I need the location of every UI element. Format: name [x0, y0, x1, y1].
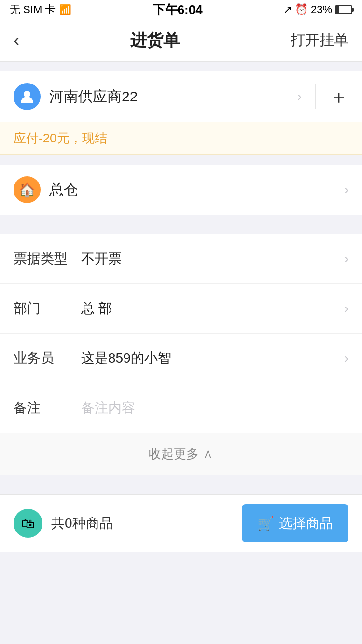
supplier-avatar — [14, 83, 41, 110]
status-bar: 无 SIM 卡 📶 下午6:04 ↗ ⏰ 23% — [0, 0, 362, 19]
page-title: 进货单 — [130, 29, 180, 52]
page-rest — [0, 552, 362, 644]
department-chevron-icon: › — [344, 301, 348, 316]
form-row-invoice[interactable]: 票据类型 不开票 › — [0, 234, 362, 284]
supplier-row[interactable]: 河南供应商22 › ＋ — [0, 71, 362, 122]
supplier-chevron-icon: › — [297, 89, 302, 104]
status-time: 下午6:04 — [153, 1, 203, 18]
select-product-label: 选择商品 — [279, 514, 333, 532]
battery-icon — [335, 5, 352, 14]
status-left: 无 SIM 卡 📶 — [10, 2, 71, 17]
vertical-divider — [315, 84, 316, 109]
form-row-remark[interactable]: 备注 备注内容 — [0, 383, 362, 433]
salesperson-value: 这是859的小智 — [71, 349, 344, 367]
battery-percent: 23% — [311, 3, 332, 16]
supplier-actions: › ＋ — [297, 84, 348, 110]
wifi-icon: 📶 — [59, 4, 71, 15]
location-icon: ↗ — [283, 3, 292, 16]
sim-label: 无 SIM 卡 — [10, 2, 56, 17]
collapse-label: 收起更多 ∧ — [149, 446, 213, 462]
status-right: ↗ ⏰ 23% — [283, 3, 352, 16]
form-section: 票据类型 不开票 › 部门 总 部 › 业务员 这是859的小智 › 备注 备注… — [0, 234, 362, 433]
bottom-bar: 🛍 共0种商品 🛒 选择商品 — [0, 494, 362, 552]
svg-point-0 — [24, 91, 30, 98]
add-supplier-button[interactable]: ＋ — [329, 84, 348, 110]
form-row-salesperson[interactable]: 业务员 这是859的小智 › — [0, 334, 362, 383]
select-product-icon: 🛒 — [257, 516, 274, 532]
product-count: 共0种商品 — [51, 514, 242, 532]
salesperson-chevron-icon: › — [344, 350, 348, 366]
remark-label: 备注 — [14, 399, 71, 417]
supplier-section: 河南供应商22 › ＋ 应付-20元，现结 — [0, 71, 362, 155]
invoice-type-value: 不开票 — [71, 250, 344, 268]
top-divider — [0, 62, 362, 71]
remark-value[interactable]: 备注内容 — [71, 399, 348, 417]
form-row-department[interactable]: 部门 总 部 › — [0, 284, 362, 334]
warehouse-row[interactable]: 🏠 总仓 › — [0, 165, 362, 215]
mid-divider1 — [0, 155, 362, 165]
nav-bar: ‹ 进货单 打开挂单 — [0, 19, 362, 62]
salesperson-label: 业务员 — [14, 349, 71, 367]
supplier-name: 河南供应商22 — [49, 87, 297, 107]
back-button[interactable]: ‹ — [14, 30, 19, 51]
notice-text: 应付-20元，现结 — [14, 131, 107, 145]
invoice-type-chevron-icon: › — [344, 251, 348, 266]
warehouse-name: 总仓 — [49, 180, 344, 200]
department-value: 总 部 — [71, 299, 344, 318]
person-icon — [20, 89, 34, 104]
select-product-button[interactable]: 🛒 选择商品 — [242, 504, 348, 542]
invoice-type-label: 票据类型 — [14, 250, 71, 268]
open-pending-button[interactable]: 打开挂单 — [291, 30, 348, 50]
product-icon: 🛍 — [14, 509, 42, 538]
notice-bar: 应付-20元，现结 — [0, 122, 362, 155]
warehouse-section: 🏠 总仓 › — [0, 165, 362, 215]
warehouse-icon: 🏠 — [14, 176, 41, 203]
bottom-divider — [0, 475, 362, 485]
collapse-bar[interactable]: 收起更多 ∧ — [0, 433, 362, 475]
alarm-icon: ⏰ — [295, 3, 308, 16]
department-label: 部门 — [14, 299, 71, 318]
warehouse-chevron-icon: › — [344, 182, 348, 197]
mid-divider2 — [0, 215, 362, 224]
